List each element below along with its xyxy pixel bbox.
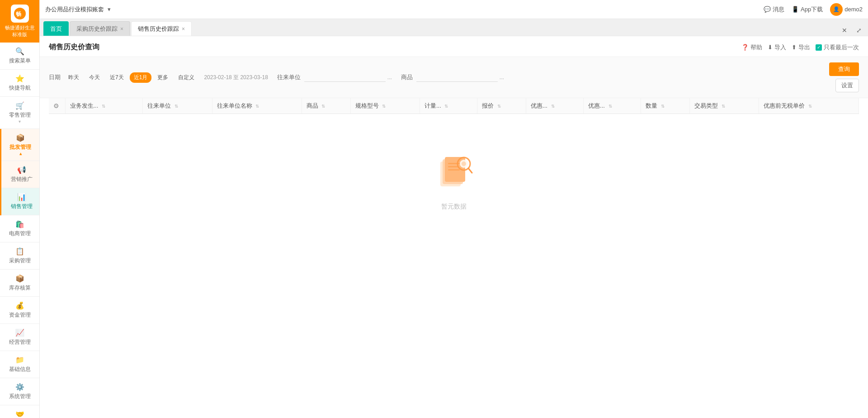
content-area: 销售历史价查询 ❓ 帮助 ⬇ 导入 ⬆ 导出 只看最后一次 (40, 36, 868, 418)
topbar: 办公用品行业模拟账套 ▾ 💬 消息 📱 App下载 👤 demo2 (40, 0, 868, 19)
tab-maximize-btn[interactable]: ⤢ (854, 25, 864, 36)
help-icon: ❓ (741, 44, 749, 51)
table-gear-icon[interactable]: ⚙ (53, 102, 59, 109)
app-download-btn[interactable]: 📱 App下载 (792, 5, 823, 14)
counterpart-label: 往来单位 (277, 73, 301, 81)
date-btn-last7days[interactable]: 近7天 (106, 72, 128, 83)
table-col-trade-type[interactable]: 交易类型 ⇅ (690, 98, 759, 114)
help-btn[interactable]: ❓ 帮助 (741, 43, 762, 52)
sort-icon-spec: ⇅ (382, 104, 386, 109)
tab-home-label: 首页 (50, 25, 62, 33)
sidebar-item-retail-mgmt[interactable]: 🛒 零售管理 ▾ (0, 97, 39, 129)
empty-icon (431, 150, 476, 195)
table-col-discount1[interactable]: 优惠... ⇅ (526, 98, 584, 114)
sidebar-item-enterprise[interactable]: 🤝 企业协同 (0, 405, 39, 418)
tab-purchase-history-close[interactable]: × (120, 26, 123, 32)
only-last-checkbox-label[interactable]: 只看最后一次 (816, 43, 859, 52)
date-btn-custom[interactable]: 自定义 (174, 72, 198, 83)
table-col-quantity[interactable]: 数量 ⇅ (641, 98, 690, 114)
sidebar-item-system-mgmt[interactable]: ⚙️ 系统管理 (0, 378, 39, 405)
counterpart-input-wrapper: ... (304, 73, 392, 82)
tab-purchase-history[interactable]: 采购历史价跟踪 × (70, 21, 130, 36)
svg-text:畅: 畅 (16, 11, 21, 17)
topbar-dropdown-icon[interactable]: ▾ (108, 6, 111, 13)
user-name: demo2 (844, 6, 863, 13)
topbar-title: 办公用品行业模拟账套 (45, 5, 104, 14)
table-col-product[interactable]: 商品 ⇅ (302, 98, 350, 114)
user-menu[interactable]: 👤 demo2 (830, 3, 863, 16)
message-btn[interactable]: 💬 消息 (764, 5, 784, 14)
table-col-counterpart-code[interactable]: 往来单位 ⇅ (143, 98, 212, 114)
app-name: 畅捷通好生意 (5, 24, 35, 31)
sidebar-item-purchase-mgmt[interactable]: 📋 采购管理 (0, 242, 39, 270)
table-col-settings[interactable]: ⚙ (49, 98, 65, 114)
settings-button[interactable]: 设置 (835, 79, 859, 92)
svg-rect-6 (448, 166, 458, 167)
sidebar-item-ecommerce[interactable]: 🛍️ 电商管理 (0, 215, 39, 242)
product-filter-group: 商品 ... (401, 73, 504, 82)
sidebar-item-basic-info[interactable]: 📁 基础信息 (0, 351, 39, 378)
tab-sales-history[interactable]: 销售历史价跟踪 × (131, 21, 192, 36)
empty-state: 暂元数据 (40, 114, 868, 247)
wholesale-mgmt-icon: 📦 (16, 133, 25, 142)
tab-home[interactable]: 首页 (43, 21, 69, 36)
search-menu-icon: 🔍 (15, 47, 24, 56)
table-col-pretax-price[interactable]: 优惠前无税单价 ⇅ (759, 98, 859, 114)
import-btn[interactable]: ⬇ 导入 (768, 43, 786, 52)
export-btn[interactable]: ⬆ 导出 (792, 43, 810, 52)
sidebar-item-operations[interactable]: 📈 经营管理 (0, 324, 39, 351)
user-avatar: 👤 (830, 3, 843, 16)
date-btn-more[interactable]: 更多 (153, 72, 172, 83)
sidebar-item-wholesale-mgmt[interactable]: 📦 批发管理 ▴ (1, 129, 39, 161)
sales-mgmt-icon: 📊 (17, 193, 26, 201)
date-btn-today[interactable]: 今天 (85, 72, 104, 83)
table-col-quote[interactable]: 报价 ⇅ (477, 98, 526, 114)
tab-sales-history-close[interactable]: × (182, 26, 185, 32)
avatar-icon: 👤 (833, 6, 840, 12)
table-col-spec[interactable]: 规格型号 ⇅ (350, 98, 420, 114)
counterpart-filter-group: 往来单位 ... (277, 73, 392, 82)
table-col-unit[interactable]: 计量... ⇅ (420, 98, 477, 114)
marketing-icon: 📢 (17, 166, 26, 174)
import-icon: ⬇ (768, 44, 773, 51)
sort-icon-counterpart-name: ⇅ (255, 104, 259, 109)
svg-line-10 (468, 168, 472, 173)
sidebar-item-quick-nav[interactable]: ⭐ 快捷导航 (0, 70, 39, 97)
inventory-icon: 📦 (15, 274, 24, 283)
sidebar-item-marketing[interactable]: 📢 营销推广 (1, 161, 39, 188)
app-download-icon: 📱 (792, 6, 799, 13)
data-table: ⚙ 业务发生... ⇅ 往来单位 ⇅ 往来单位名称 ⇅ (49, 98, 859, 114)
table-col-discount2[interactable]: 优惠... ⇅ (584, 98, 641, 114)
query-button[interactable]: 查询 (829, 62, 859, 76)
svg-point-11 (462, 162, 466, 166)
table-header-row: ⚙ 业务发生... ⇅ 往来单位 ⇅ 往来单位名称 ⇅ (49, 98, 859, 114)
table-col-biz-date[interactable]: 业务发生... ⇅ (65, 98, 143, 114)
message-icon: 💬 (764, 6, 771, 13)
product-input[interactable] (416, 73, 498, 82)
sort-icon-discount2: ⇅ (609, 104, 612, 109)
ecommerce-icon: 🛍️ (15, 220, 24, 228)
tab-sales-history-label: 销售历史价跟踪 (138, 25, 179, 33)
filter-bar: 日期 昨天 今天 近7天 近1月 更多 自定义 2023-02-18 至 202… (40, 57, 868, 98)
page-title: 销售历史价查询 (49, 43, 99, 52)
counterpart-dots[interactable]: ... (387, 74, 392, 81)
only-last-checkbox[interactable] (816, 44, 822, 51)
sort-icon-pretax-price: ⇅ (808, 104, 812, 109)
sidebar-item-finance[interactable]: 💰 资金管理 (0, 297, 39, 324)
sidebar-item-sales-mgmt[interactable]: 📊 销售管理 (1, 188, 39, 215)
table-col-counterpart-name[interactable]: 往来单位名称 ⇅ (212, 98, 302, 114)
counterpart-input[interactable] (304, 73, 386, 82)
sort-icon-quantity: ⇅ (661, 104, 665, 109)
main-area: 办公用品行业模拟账套 ▾ 💬 消息 📱 App下载 👤 demo2 首页 (40, 0, 868, 418)
page-header: 销售历史价查询 ❓ 帮助 ⬇ 导入 ⬆ 导出 只看最后一次 (40, 36, 868, 57)
sidebar-item-inventory[interactable]: 📦 库存核算 (0, 270, 39, 297)
product-dots[interactable]: ... (500, 74, 504, 81)
date-btn-yesterday[interactable]: 昨天 (64, 72, 83, 83)
product-label: 商品 (401, 73, 413, 81)
date-btn-last1month[interactable]: 近1月 (130, 72, 152, 83)
tab-close-all-btn[interactable]: ✕ (839, 25, 850, 36)
page-actions: ❓ 帮助 ⬇ 导入 ⬆ 导出 只看最后一次 (741, 43, 859, 52)
export-icon: ⬆ (792, 44, 797, 51)
sidebar-item-search-menu[interactable]: 🔍 搜索菜单 (0, 43, 39, 70)
date-btn-group: 昨天 今天 近7天 近1月 更多 自定义 (64, 72, 198, 83)
